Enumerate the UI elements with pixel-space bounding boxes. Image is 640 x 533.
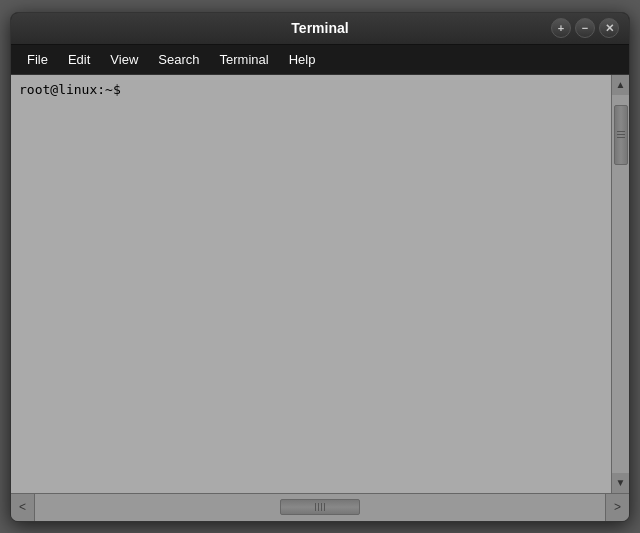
menu-help[interactable]: Help: [281, 50, 324, 69]
scroll-thumb-h-grip: [315, 503, 325, 511]
grip-line-3: [617, 137, 625, 138]
menu-edit[interactable]: Edit: [60, 50, 98, 69]
minimize-button[interactable]: −: [575, 18, 595, 38]
scroll-thumb-vertical[interactable]: [614, 105, 628, 165]
h-grip-line-4: [324, 503, 325, 511]
terminal-content[interactable]: root@linux:~$: [11, 75, 611, 493]
grip-line-1: [617, 131, 625, 132]
vertical-scrollbar: ▲ ▼: [611, 75, 629, 493]
scroll-track-vertical: [612, 95, 629, 473]
menu-search[interactable]: Search: [150, 50, 207, 69]
menu-view[interactable]: View: [102, 50, 146, 69]
h-grip-line-1: [315, 503, 316, 511]
add-button[interactable]: +: [551, 18, 571, 38]
window-title: Terminal: [291, 20, 348, 36]
prompt-line: root@linux:~$: [19, 81, 603, 99]
terminal-window: Terminal + − ✕ File Edit View Search Ter…: [10, 12, 630, 522]
scroll-up-button[interactable]: ▲: [612, 75, 630, 95]
menubar: File Edit View Search Terminal Help: [11, 45, 629, 75]
menu-terminal[interactable]: Terminal: [212, 50, 277, 69]
scroll-down-button[interactable]: ▼: [612, 473, 630, 493]
menu-file[interactable]: File: [19, 50, 56, 69]
titlebar: Terminal + − ✕: [11, 13, 629, 45]
scroll-right-button[interactable]: >: [605, 494, 629, 521]
scroll-track-horizontal: [35, 494, 605, 521]
h-grip-line-3: [321, 503, 322, 511]
scroll-thumb-horizontal[interactable]: [280, 499, 360, 515]
scroll-left-button[interactable]: <: [11, 494, 35, 521]
scroll-thumb-grip: [617, 131, 625, 138]
horizontal-scrollbar: < >: [11, 493, 629, 521]
close-button[interactable]: ✕: [599, 18, 619, 38]
h-grip-line-2: [318, 503, 319, 511]
grip-line-2: [617, 134, 625, 135]
window-controls: + − ✕: [551, 18, 619, 38]
terminal-container: root@linux:~$ ▲ ▼: [11, 75, 629, 493]
